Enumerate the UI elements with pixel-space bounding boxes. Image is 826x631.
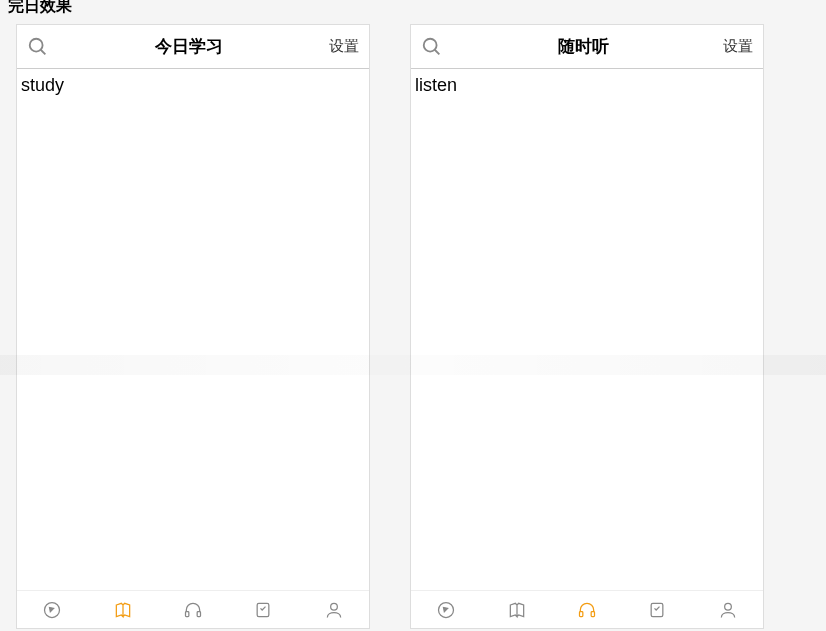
header: 今日学习 设置 [17, 25, 369, 69]
page-title: 今日学习 [49, 35, 329, 58]
svg-point-8 [424, 38, 437, 51]
svg-line-9 [435, 49, 440, 54]
tab-checklist[interactable] [622, 600, 692, 620]
header: 随时听 设置 [411, 25, 763, 69]
svg-rect-5 [197, 611, 200, 616]
svg-point-7 [330, 603, 337, 610]
svg-point-15 [724, 603, 731, 610]
content-area: listen [411, 69, 763, 590]
svg-point-0 [30, 38, 43, 51]
tab-person[interactable] [693, 600, 763, 620]
svg-rect-12 [580, 611, 583, 616]
tabbar [411, 590, 763, 628]
svg-marker-11 [444, 607, 448, 611]
tab-book[interactable] [87, 600, 157, 620]
tab-checklist[interactable] [228, 600, 298, 620]
tab-book[interactable] [481, 600, 551, 620]
settings-button[interactable]: 设置 [329, 37, 359, 56]
svg-line-1 [41, 49, 46, 54]
svg-rect-13 [591, 611, 594, 616]
content-area: study [17, 69, 369, 590]
page-title: 随时听 [443, 35, 723, 58]
settings-button[interactable]: 设置 [723, 37, 753, 56]
search-icon[interactable] [27, 36, 49, 58]
tab-person[interactable] [299, 600, 369, 620]
svg-marker-3 [50, 607, 54, 611]
tab-headphones[interactable] [552, 600, 622, 620]
phone-screen-listen: 随时听 设置 listen [410, 24, 764, 629]
tab-headphones[interactable] [158, 600, 228, 620]
svg-rect-4 [186, 611, 189, 616]
page-label: 完日效果 [0, 0, 80, 21]
tabbar [17, 590, 369, 628]
tab-compass[interactable] [411, 600, 481, 620]
search-icon[interactable] [421, 36, 443, 58]
screens-container: 今日学习 设置 study [0, 0, 826, 629]
tab-compass[interactable] [17, 600, 87, 620]
phone-screen-study: 今日学习 设置 study [16, 24, 370, 629]
